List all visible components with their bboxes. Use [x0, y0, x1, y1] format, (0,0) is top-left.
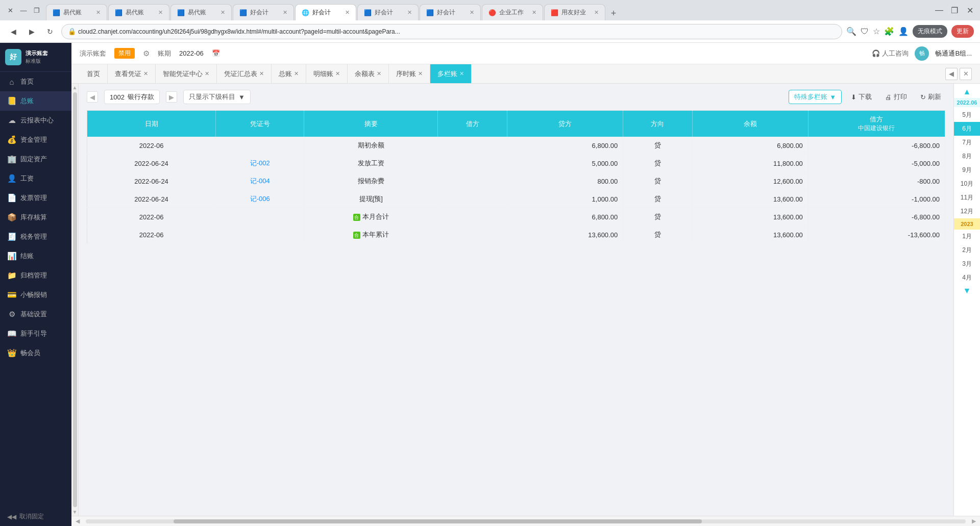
tab-general-ledger-close[interactable]: ✕	[294, 70, 299, 77]
tab-detail-ledger[interactable]: 明细账 ✕	[306, 64, 348, 84]
special-col-button[interactable]: 特殊多栏账 ▼	[789, 90, 842, 104]
sidebar-item-guide[interactable]: 📖 新手引导	[0, 324, 71, 343]
tab-close-5[interactable]: ✕	[407, 9, 412, 16]
update-button[interactable]: 更新	[951, 25, 974, 38]
service-button[interactable]: 🎧 人工咨询	[872, 49, 909, 58]
sidebar-unpin[interactable]: ◀◀ 取消固定	[0, 507, 71, 526]
prev-account-button[interactable]: ◀	[87, 91, 98, 103]
tab-balance-close[interactable]: ✕	[377, 70, 381, 77]
tab-close-6[interactable]: ✕	[470, 9, 474, 16]
browser-tab-7[interactable]: 🔴 企业工作 ✕	[482, 4, 543, 20]
tab-home[interactable]: 首页	[80, 64, 108, 84]
account-selector[interactable]: 1002 银行存款	[104, 90, 160, 104]
sidebar-item-home[interactable]: ⌂ 首页	[0, 72, 71, 91]
settings-gear-icon[interactable]: ⚙	[143, 49, 150, 58]
cal-month-jul[interactable]: 7月	[954, 136, 980, 149]
cal-month-mar[interactable]: 3月	[954, 257, 980, 271]
tab-close-7[interactable]: ✕	[532, 9, 536, 16]
sidebar-item-capital[interactable]: 💰 资金管理	[0, 130, 71, 149]
scroll-left-arrow[interactable]: ◀	[71, 518, 84, 524]
voucher-link[interactable]: 记-004	[216, 172, 304, 190]
cal-month-nov[interactable]: 11月	[954, 191, 980, 205]
tab-multi-col-close[interactable]: ✕	[459, 70, 464, 77]
sidebar-item-member[interactable]: 👑 畅会员	[0, 343, 71, 363]
back-button[interactable]: ◀	[6, 24, 20, 39]
sidebar-item-ledger[interactable]: 📒 总账	[0, 91, 71, 111]
new-tab-button[interactable]: +	[606, 6, 621, 20]
filter-dropdown[interactable]: 只显示下级科目 ▼	[183, 90, 251, 104]
profile-icon[interactable]: 👤	[898, 27, 909, 36]
voucher-link[interactable]: 记-006	[216, 190, 304, 208]
tab-close-4[interactable]: ✕	[345, 9, 350, 16]
window-close[interactable]: ✕	[964, 6, 976, 15]
browser-tab-2[interactable]: 🟦 易代账 ✕	[170, 4, 232, 20]
browser-tab-4[interactable]: 🌐 好会计 ✕	[295, 4, 356, 20]
tab-expand-btn[interactable]: ✕	[960, 68, 972, 80]
calendar-icon[interactable]: 📅	[212, 49, 220, 57]
tab-multi-col[interactable]: 多栏账 ✕	[430, 64, 472, 84]
search-icon[interactable]: 🔍	[846, 27, 856, 36]
browser-tab-8[interactable]: 🟥 用友好业 ✕	[544, 4, 605, 20]
browser-tab-5[interactable]: 🟦 好会计 ✕	[357, 4, 419, 20]
tab-voucher-view[interactable]: 查看凭证 ✕	[108, 64, 156, 84]
sidebar-item-archive[interactable]: 📁 归档管理	[0, 266, 71, 285]
scroll-right-arrow[interactable]: ▶	[968, 518, 980, 524]
tab-voucher-view-close[interactable]: ✕	[143, 70, 148, 77]
sidebar-item-payroll[interactable]: 👤 工资	[0, 169, 71, 188]
win-min[interactable]: —	[17, 4, 30, 16]
stealth-button[interactable]: 无痕模式	[913, 25, 947, 38]
tab-close-3[interactable]: ✕	[283, 9, 287, 16]
sidebar-item-settings[interactable]: ⚙ 基础设置	[0, 305, 71, 324]
scroll-down-arrow[interactable]: ▼	[72, 509, 78, 515]
browser-tab-0[interactable]: 🟦 易代账 ✕	[46, 4, 107, 20]
address-bar[interactable]: 🔒 cloud2.chanjet.com/accounting/uh26t264…	[61, 24, 842, 39]
voucher-link[interactable]: 记-002	[216, 155, 304, 172]
scroll-thumb[interactable]	[73, 92, 77, 507]
bottom-scrollbar[interactable]: ◀ ▶	[71, 516, 980, 526]
tab-sequence-close[interactable]: ✕	[418, 70, 423, 77]
cal-month-jun[interactable]: 6月	[954, 122, 980, 136]
refresh-button[interactable]: ↻ 刷新	[916, 90, 945, 104]
disabled-tag[interactable]: 禁用	[114, 48, 135, 59]
download-button[interactable]: ⬇ 下载	[847, 90, 876, 104]
browser-tab-3[interactable]: 🟦 好会计 ✕	[233, 4, 294, 20]
tab-close-8[interactable]: ✕	[594, 9, 599, 16]
cal-month-apr[interactable]: 4月	[954, 271, 980, 285]
cal-month-dec[interactable]: 12月	[954, 205, 980, 218]
horizontal-scroll-thumb[interactable]	[174, 519, 701, 523]
tab-detail-ledger-close[interactable]: ✕	[335, 70, 340, 77]
cal-month-aug[interactable]: 8月	[954, 149, 980, 163]
window-minimize[interactable]: —	[933, 6, 945, 15]
tab-close-0[interactable]: ✕	[96, 9, 101, 16]
cal-month-jan[interactable]: 1月	[954, 230, 980, 243]
shield-icon[interactable]: 🛡	[861, 27, 869, 36]
sidebar-item-inventory[interactable]: 📦 库存核算	[0, 208, 71, 227]
tab-voucher-summary[interactable]: 凭证汇总表 ✕	[217, 64, 272, 84]
scroll-up-arrow[interactable]: ▲	[72, 85, 78, 90]
tab-balance[interactable]: 余额表 ✕	[348, 64, 389, 84]
cal-month-feb[interactable]: 2月	[954, 243, 980, 257]
sidebar-item-cloud[interactable]: ☁ 云报表中心	[0, 111, 71, 130]
sidebar-item-assets[interactable]: 🏢 固定资产	[0, 149, 71, 169]
forward-button[interactable]: ▶	[24, 24, 39, 39]
star-icon[interactable]: ☆	[873, 27, 880, 36]
win-max[interactable]: ❐	[31, 4, 43, 16]
cal-month-oct[interactable]: 10月	[954, 177, 980, 191]
cal-month-may[interactable]: 5月	[954, 108, 980, 122]
win-close[interactable]: ✕	[4, 4, 16, 16]
browser-tab-6[interactable]: 🟦 好会计 ✕	[420, 4, 481, 20]
tab-voucher-summary-close[interactable]: ✕	[259, 70, 264, 77]
sidebar-item-expense[interactable]: 💳 小畅报销	[0, 285, 71, 305]
next-account-button[interactable]: ▶	[166, 91, 177, 103]
tab-sequence[interactable]: 序时账 ✕	[389, 64, 430, 84]
reload-button[interactable]: ↻	[43, 24, 57, 39]
horizontal-scrollbar-track[interactable]	[86, 519, 966, 523]
sidebar-item-invoice[interactable]: 📄 发票管理	[0, 188, 71, 208]
cal-scroll-down[interactable]: ▼	[954, 285, 980, 297]
window-restore[interactable]: ❐	[948, 6, 961, 15]
cal-month-sep[interactable]: 9月	[954, 163, 980, 177]
tab-smart-voucher[interactable]: 智能凭证中心 ✕	[156, 64, 217, 84]
tab-collapse-btn[interactable]: ◀	[945, 68, 958, 80]
print-button[interactable]: 🖨 打印	[881, 90, 911, 104]
tab-general-ledger[interactable]: 总账 ✕	[272, 64, 306, 84]
